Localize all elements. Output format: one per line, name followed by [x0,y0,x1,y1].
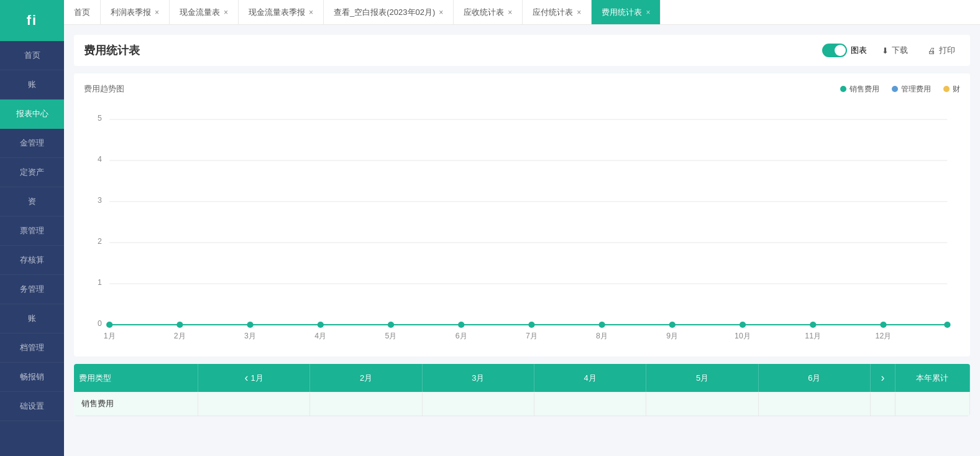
svg-text:0: 0 [98,319,102,328]
table-header: 费用类型 ‹ 1月 2月 3月 4月 5月 6月 › 本年累计 [74,364,970,392]
svg-text:5: 5 [98,114,102,123]
svg-text:2月: 2月 [174,332,186,340]
legend-sales-dot [840,86,846,92]
svg-point-21 [669,322,675,328]
chart-toggle-label: 图表 [851,45,867,56]
sidebar-item-expense[interactable]: 畅报销 [0,363,64,392]
close-icon[interactable]: × [155,8,159,17]
close-icon[interactable]: × [508,8,512,17]
col-nav-prev[interactable]: ‹ 1月 [198,364,310,392]
page-header: 费用统计表 图表 ⬇ 下载 🖨 打印 [74,35,970,66]
main-area: 首页 利润表季报 × 现金流量表 × 现金流量表季报 × 查看_空白报表(202… [64,0,980,456]
svg-text:9月: 9月 [666,332,678,340]
row-nav-space [871,392,895,416]
legend-admin-dot [892,86,898,92]
svg-text:12月: 12月 [876,332,892,340]
svg-text:10月: 10月 [735,332,751,340]
close-icon[interactable]: × [646,8,650,17]
svg-point-22 [740,322,746,328]
svg-point-17 [388,322,394,328]
legend-sales: 销售费用 [840,84,879,95]
sidebar-item-inventory[interactable]: 存核算 [0,246,64,275]
page-content: 费用统计表 图表 ⬇ 下载 🖨 打印 费用趋势图 [64,25,980,456]
svg-point-16 [318,322,324,328]
chart-panel: 费用趋势图 销售费用 管理费用 财 [74,73,970,356]
legend-finance-dot [943,86,950,92]
svg-point-14 [176,322,183,328]
sidebar-logo: fi [0,0,64,41]
chart-area: 5 4 3 2 1 0 [84,102,960,347]
sidebar-item-service[interactable]: 务管理 [0,275,64,304]
tab-profit-quarterly[interactable]: 利润表季报 × [101,0,170,25]
tab-blank-report[interactable]: 查看_空白报表(2023年02月) × [324,0,454,25]
print-button[interactable]: 🖨 打印 [923,42,960,58]
tab-cashflow-quarterly[interactable]: 现金流量表季报 × [239,0,324,25]
legend-finance: 财 [943,84,960,95]
close-icon[interactable]: × [439,8,443,17]
svg-text:8月: 8月 [596,332,608,340]
svg-point-15 [247,322,253,328]
svg-point-24 [880,322,886,328]
svg-text:4月: 4月 [314,332,326,340]
svg-text:1: 1 [98,278,102,287]
close-icon[interactable]: × [577,8,581,17]
svg-point-13 [106,322,112,328]
col-month-3: 3月 [423,364,534,392]
svg-text:4: 4 [98,155,102,164]
tab-receivable[interactable]: 应收统计表 × [454,0,523,25]
row-val-2 [310,392,422,416]
svg-text:11月: 11月 [805,332,821,340]
chart-title: 费用趋势图 [84,83,124,95]
sidebar-item-home[interactable]: 首页 [0,41,64,70]
row-val-1 [198,392,310,416]
sidebar-item-assets[interactable]: 定资产 [0,158,64,187]
tab-expense[interactable]: 费用统计表 × [592,0,661,25]
sidebar-item-capital[interactable]: 资 [0,187,64,216]
sidebar-item-reports[interactable]: 报表中心 [0,100,64,129]
svg-text:2: 2 [98,237,102,246]
legend-admin-label: 管理费用 [901,84,931,95]
row-type-label: 销售费用 [74,392,198,416]
sidebar-item-settings[interactable]: 础设置 [0,392,64,421]
close-icon[interactable]: × [224,8,228,17]
table-row: 销售费用 [74,392,970,416]
sidebar-item-account[interactable]: 账 [0,70,64,100]
tab-cashflow[interactable]: 现金流量表 × [170,0,239,25]
row-val-4 [534,392,646,416]
sidebar-item-cash[interactable]: 金管理 [0,129,64,158]
legend-finance-label: 财 [953,84,960,95]
chart-toggle[interactable] [822,44,847,57]
download-button[interactable]: ⬇ 下载 [877,42,913,58]
svg-point-25 [944,322,950,328]
svg-text:7月: 7月 [526,332,538,340]
sidebar-item-ledger[interactable]: 账 [0,304,64,333]
svg-point-18 [458,322,464,328]
download-label: 下载 [892,45,908,56]
prev-arrow-icon[interactable]: ‹ [245,371,249,384]
sidebar-item-archive[interactable]: 档管理 [0,333,64,363]
col-yearly-total: 本年累计 [895,364,970,392]
tab-bar: 首页 利润表季报 × 现金流量表 × 现金流量表季报 × 查看_空白报表(202… [64,0,980,25]
tab-home[interactable]: 首页 [64,0,101,25]
svg-point-19 [528,322,534,328]
print-label: 打印 [939,45,955,56]
row-val-5 [646,392,758,416]
sidebar-item-invoice[interactable]: 票管理 [0,216,64,246]
chart-legend: 销售费用 管理费用 财 [840,84,960,95]
col-nav-next[interactable]: › [871,364,895,392]
legend-sales-label: 销售费用 [849,84,879,95]
svg-text:1月: 1月 [104,332,116,340]
row-val-3 [423,392,534,416]
download-icon: ⬇ [882,46,889,55]
svg-text:3: 3 [98,196,102,205]
close-icon[interactable]: × [309,8,313,17]
svg-point-23 [810,322,816,328]
next-arrow-icon[interactable]: › [881,371,884,384]
page-title: 费用统计表 [84,43,140,58]
header-actions: 图表 ⬇ 下载 🖨 打印 [822,42,960,58]
col-month-2: 2月 [310,364,422,392]
svg-text:5月: 5月 [385,332,396,340]
col-month-4: 4月 [534,364,646,392]
chart-toggle-wrap: 图表 [822,44,867,57]
tab-payable[interactable]: 应付统计表 × [523,0,592,25]
